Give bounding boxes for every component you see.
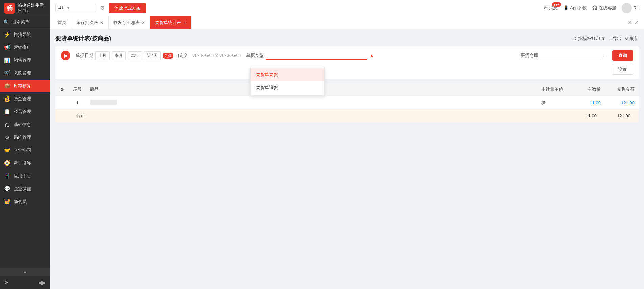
- settings-gear-icon[interactable]: ⚙: [100, 5, 105, 11]
- tabbar: 首页 库存批次账 ✕ 收发存汇总表 ✕ 要货单统计表 ✕ ✕ ⤢: [50, 16, 644, 29]
- table-cell-empty: [55, 96, 69, 109]
- date-this-month-btn[interactable]: 本月: [112, 51, 126, 60]
- sidebar-item-basic[interactable]: 🗂 基础信息: [0, 118, 50, 131]
- basic-icon: 🗂: [4, 122, 10, 128]
- tab-order-summary-close-icon[interactable]: ✕: [183, 20, 187, 25]
- enterprise-icon: 🤝: [4, 147, 10, 153]
- sidebar-item-label: 库存核算: [14, 83, 31, 89]
- tab-order-summary[interactable]: 要货单统计表 ✕: [150, 16, 192, 29]
- date-more-badge[interactable]: 更多: [163, 53, 173, 59]
- dropdown-item-order-goods[interactable]: 要货单要货: [251, 68, 324, 81]
- table-settings-header[interactable]: ⚙: [55, 83, 69, 96]
- export-btn[interactable]: ↓ 导出: [609, 36, 622, 42]
- company-selector[interactable]: 41 ▼: [55, 4, 96, 12]
- date-this-year-btn[interactable]: 本年: [128, 51, 142, 60]
- tab-inventory-batch-label: 库存批次账: [76, 20, 98, 26]
- toggle-footer-icon[interactable]: ◀▶: [38, 280, 46, 286]
- type-dropdown-menu: 要货单要货 要货单退货: [250, 67, 325, 96]
- sidebar-item-sales[interactable]: 📊 销售管理: [0, 54, 50, 67]
- tab-order-summary-label: 要货单统计表: [155, 20, 181, 26]
- selector-chevron-icon: ▼: [66, 5, 70, 10]
- sidebar-footer: ⚙ ◀▶: [0, 276, 50, 289]
- logo-name: 畅捷通好生意: [18, 3, 44, 8]
- sidebar-item-purchase[interactable]: 🛒 采购管理: [0, 67, 50, 80]
- logo-icon: 畅: [4, 3, 15, 14]
- tab-inventory-batch-close-icon[interactable]: ✕: [100, 20, 103, 25]
- service-label: 在线客服: [599, 5, 616, 11]
- sidebar-item-label: 企业微信: [14, 186, 31, 192]
- wechat-icon: 💬: [4, 186, 10, 192]
- sidebar-item-wechat[interactable]: 💬 企业微信: [0, 182, 50, 195]
- tab-collect-summary[interactable]: 收发存汇总表 ✕: [109, 16, 150, 29]
- warehouse-dots-icon[interactable]: ···: [603, 53, 607, 58]
- amount-link[interactable]: 121.00: [621, 100, 635, 105]
- window-btns: ✕ ⤢: [628, 19, 641, 26]
- table-footer: 合计 11.00 121.00: [55, 109, 639, 122]
- settings-btn[interactable]: 设置: [612, 64, 633, 75]
- sidebar-item-marketing[interactable]: 📢 营销推广: [0, 41, 50, 54]
- sidebar-item-appstore[interactable]: 📱 应用中心: [0, 170, 50, 182]
- sidebar-search-item[interactable]: 🔍 搜索菜单: [0, 16, 50, 28]
- date-last-month-btn[interactable]: 上月: [95, 51, 110, 60]
- guide-icon: 🧭: [4, 160, 10, 166]
- type-filter-chevron-icon[interactable]: ▲: [369, 53, 374, 58]
- filter-expand-btn[interactable]: ▶: [61, 51, 70, 60]
- logo-text-group: 畅捷通好生意 标准版: [18, 3, 44, 14]
- collapse-arrow-icon: ▲: [23, 269, 27, 274]
- sidebar-item-quicknav[interactable]: ⚡ 快捷导航: [0, 28, 50, 41]
- sidebar-item-enterprise[interactable]: 🤝 企业协同: [0, 144, 50, 157]
- marketing-icon: 📢: [4, 44, 10, 50]
- sidebar-item-label: 畅会员: [14, 199, 27, 205]
- notification-btn[interactable]: ✉ 消息 99+: [544, 5, 558, 11]
- refresh-icon: ↻: [625, 36, 628, 41]
- sidebar-item-guide[interactable]: 🧭 新手引导: [0, 157, 50, 170]
- dropdown-item-order-return[interactable]: 要货单退货: [251, 81, 324, 94]
- table-col-unit: 主计量单位: [537, 83, 571, 96]
- sidebar-item-system[interactable]: ⚙ 系统管理: [0, 131, 50, 144]
- data-table: ⚙ 序号 商品 主计量单位 主数量 零售金额 1: [55, 83, 639, 109]
- date-last-7days-btn[interactable]: 近7天: [144, 51, 161, 60]
- logo-sub: 标准版: [18, 8, 44, 13]
- main-content: 41 ▼ ⚙ 体验行业方案 ✉ 消息 99+ 📱 App下载 🎧 在线客服 Ri…: [50, 0, 644, 289]
- service-icon: 🎧: [592, 5, 597, 10]
- type-filter-input[interactable]: [266, 52, 367, 60]
- table-col-qty: 主数量: [571, 83, 605, 96]
- tab-collect-summary-close-icon[interactable]: ✕: [142, 20, 145, 25]
- purchase-icon: 🛒: [4, 70, 10, 76]
- user-name: Rit: [633, 5, 639, 10]
- sidebar-nav: ⚡ 快捷导航 📢 营销推广 📊 销售管理 🛒 采购管理 📦 库存核算 💰 资金管…: [0, 28, 50, 268]
- date-custom-btn[interactable]: 自定义: [175, 53, 188, 59]
- app-download-label: App下载: [570, 5, 587, 11]
- service-btn[interactable]: 🎧 在线客服: [592, 5, 616, 11]
- sidebar-collapse-btn[interactable]: ▲: [0, 268, 50, 276]
- date-label: 单据日期: [76, 52, 93, 59]
- sidebar-item-label: 新手引导: [14, 160, 31, 166]
- table-header-row: ⚙ 序号 商品 主计量单位 主数量 零售金额: [55, 83, 639, 96]
- settings-footer-icon[interactable]: ⚙: [4, 280, 8, 286]
- window-expand-icon[interactable]: ⤢: [634, 19, 639, 26]
- refresh-btn[interactable]: ↻ 刷新: [625, 36, 639, 42]
- sidebar-item-finance[interactable]: 💰 资金管理: [0, 92, 50, 105]
- user-avatar-btn[interactable]: Rit: [622, 3, 639, 13]
- app-download-btn[interactable]: 📱 App下载: [563, 5, 587, 11]
- print-template-btn[interactable]: 🖨 按模板打印 ▼: [572, 36, 606, 42]
- tab-inventory-batch[interactable]: 库存批次账 ✕: [71, 16, 109, 29]
- sidebar-item-operations[interactable]: 📋 经营管理: [0, 105, 50, 118]
- chevron-right-icon: ▶: [64, 53, 68, 58]
- page-header: 要货单统计表(按商品) 🖨 按模板打印 ▼ ↓ 导出 ↻ 刷新: [55, 35, 639, 42]
- warehouse-filter-input[interactable]: [540, 52, 601, 59]
- tab-home[interactable]: 首页: [53, 16, 71, 29]
- sidebar-item-inventory[interactable]: 📦 库存核算: [0, 80, 50, 92]
- sidebar: 畅 畅捷通好生意 标准版 🔍 搜索菜单 ⚡ 快捷导航 📢 营销推广 📊 销售管理…: [0, 0, 50, 289]
- qty-link[interactable]: 11.00: [590, 100, 601, 105]
- notification-icon: ✉: [544, 5, 548, 10]
- table-cell-unit: 块: [537, 96, 571, 109]
- sidebar-item-vip[interactable]: 👑 畅会员: [0, 195, 50, 208]
- window-close-icon[interactable]: ✕: [628, 19, 632, 26]
- sidebar-item-label: 基础信息: [14, 121, 31, 128]
- sidebar-item-label: 采购管理: [14, 70, 31, 76]
- goods-name-placeholder: [90, 100, 117, 105]
- query-btn[interactable]: 查询: [612, 50, 633, 61]
- inventory-icon: 📦: [4, 83, 10, 89]
- trial-btn[interactable]: 体验行业方案: [109, 3, 146, 13]
